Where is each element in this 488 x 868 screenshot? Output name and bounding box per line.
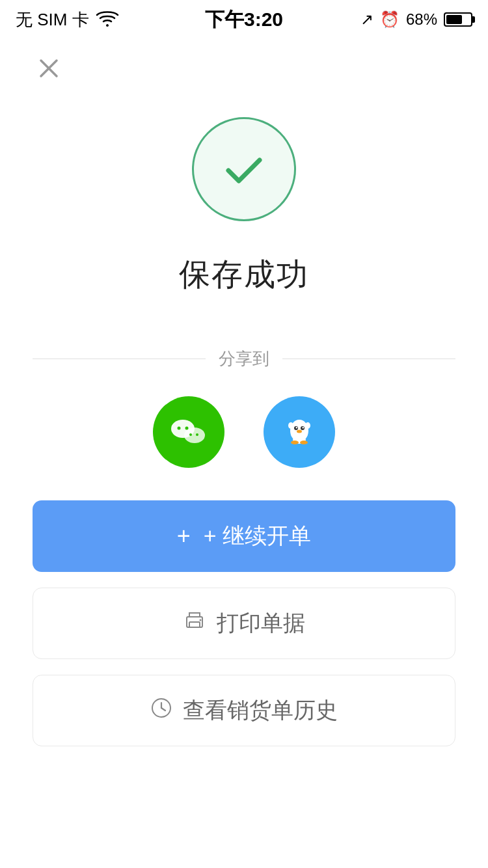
svg-rect-21 [189, 622, 200, 627]
carrier-text: 无 SIM 卡 [16, 8, 89, 31]
share-icons [33, 396, 455, 468]
svg-point-13 [296, 427, 297, 428]
history-button[interactable]: 查看销货单历史 [33, 675, 455, 746]
alarm-icon: ⏰ [380, 10, 400, 29]
plus-icon: + [177, 522, 191, 550]
svg-point-14 [303, 427, 304, 428]
location-icon: ↗ [360, 10, 373, 29]
success-title: 保存成功 [179, 254, 309, 295]
continue-label: + 继续开单 [204, 521, 311, 551]
printer-icon [183, 610, 206, 636]
status-bar: 无 SIM 卡 下午3:20 ↗ ⏰ 68% [0, 0, 488, 39]
battery-icon [444, 12, 472, 27]
wifi-icon [96, 11, 119, 28]
svg-point-6 [189, 433, 192, 436]
svg-point-19 [300, 441, 308, 444]
status-left: 无 SIM 卡 [16, 8, 119, 31]
svg-point-17 [305, 422, 310, 429]
share-section: 分享到 [33, 347, 455, 468]
svg-point-3 [184, 427, 205, 443]
print-button[interactable]: 打印单据 [33, 588, 455, 659]
svg-point-4 [178, 427, 181, 430]
share-label: 分享到 [219, 347, 269, 370]
action-buttons: + + 继续开单 打印单据 查看销货单 [33, 500, 455, 746]
clock-icon [150, 697, 172, 724]
svg-point-7 [196, 433, 198, 436]
svg-line-25 [161, 708, 165, 711]
svg-point-15 [297, 430, 302, 433]
close-button[interactable] [33, 52, 65, 85]
continue-button[interactable]: + + 继续开单 [33, 500, 455, 572]
svg-point-5 [185, 427, 189, 430]
share-divider: 分享到 [33, 347, 455, 370]
svg-point-16 [288, 422, 293, 429]
status-right: ↗ ⏰ 68% [360, 10, 472, 29]
battery-percent: 68% [406, 10, 437, 29]
history-label: 查看销货单历史 [183, 696, 338, 726]
svg-point-22 [200, 619, 202, 621]
print-label: 打印单据 [217, 608, 305, 638]
main-content: 保存成功 分享到 [0, 39, 488, 772]
svg-point-18 [291, 441, 299, 444]
success-circle [192, 117, 296, 221]
qq-share-button[interactable] [264, 396, 335, 468]
wechat-share-button[interactable] [153, 396, 224, 468]
success-area: 保存成功 [33, 104, 455, 328]
status-time: 下午3:20 [205, 7, 283, 33]
